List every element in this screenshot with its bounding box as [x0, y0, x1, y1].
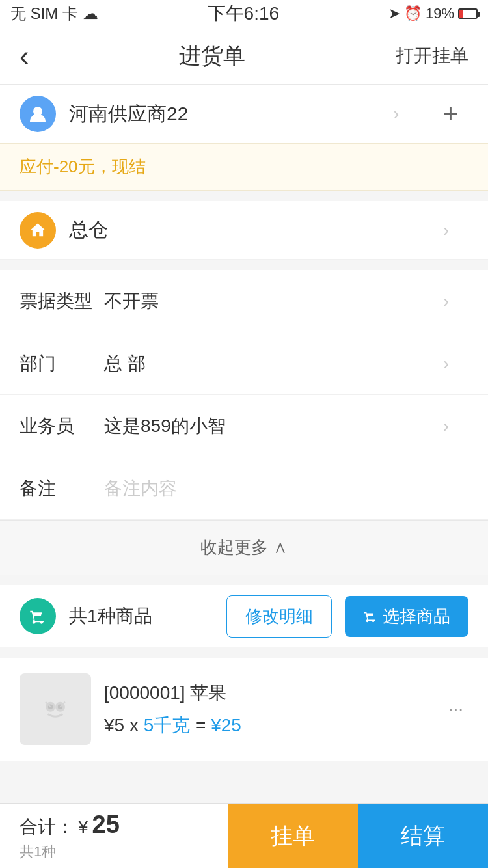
product-header-section: 共1种商品 修改明细 选择商品 [0, 585, 488, 647]
supplier-name: 河南供应商22 [69, 101, 393, 128]
supplier-section: 河南供应商22 › + 应付-20元，现结 [0, 85, 488, 191]
product-icon [20, 598, 56, 634]
salesman-value: 这是859的小智 [104, 414, 443, 439]
product-price: ¥5 x 5千克 = ¥25 [104, 713, 430, 738]
page-title: 进货单 [179, 41, 245, 71]
open-hold-button[interactable]: 打开挂单 [396, 44, 468, 68]
select-product-button[interactable]: 选择商品 [345, 596, 468, 637]
invoice-chevron-icon: › [443, 291, 449, 312]
product-name: [0000001] 苹果 [104, 681, 430, 705]
collapse-toggle[interactable]: 收起更多 ∧ [0, 520, 488, 575]
price-x: x [129, 715, 144, 735]
supplier-avatar [20, 96, 56, 132]
salesman-row[interactable]: 业务员 这是859的小智 › [0, 395, 488, 457]
price-value: ¥5 [104, 715, 124, 735]
salesman-label: 业务员 [20, 414, 104, 439]
supplier-divider [426, 98, 426, 130]
currency-symbol: ¥ [78, 817, 88, 837]
status-time: 下午6:16 [208, 1, 280, 26]
supplier-chevron-icon: › [393, 103, 399, 124]
price-eq: = [195, 715, 211, 735]
settle-button[interactable]: 结算 [358, 804, 488, 868]
product-header: 共1种商品 修改明细 选择商品 [0, 585, 488, 647]
supplier-info-banner: 应付-20元，现结 [0, 143, 488, 191]
dept-label: 部门 [20, 351, 104, 376]
hold-button[interactable]: 挂单 [228, 804, 358, 868]
back-button[interactable]: ‹ [20, 40, 29, 72]
battery-text: 19% [426, 5, 454, 22]
remark-label: 备注 [20, 476, 104, 501]
bottom-bar: 合计： ¥ 25 共1种 挂单 结算 [0, 803, 488, 868]
total-amount: 25 [92, 811, 120, 839]
product-title: 苹果 [190, 683, 226, 703]
dept-row[interactable]: 部门 总 部 › [0, 332, 488, 395]
product-count: 共1种商品 [69, 604, 213, 629]
total-line1: 合计： ¥ 25 [20, 811, 208, 839]
location-icon: ➤ [388, 5, 400, 22]
total-label: 合计： [20, 815, 74, 839]
status-bar: 无 SIM 卡 ☁ 下午6:16 ➤ ⏰ 19% [0, 0, 488, 27]
select-product-label: 选择商品 [383, 605, 450, 628]
salesman-chevron-icon: › [443, 416, 449, 437]
remark-row[interactable]: 备注 备注内容 [0, 457, 488, 520]
invoice-value: 不开票 [104, 289, 443, 314]
qty-value: 5千克 [144, 715, 191, 735]
dept-value: 总 部 [104, 351, 443, 376]
warehouse-section: 总仓 › [0, 201, 488, 260]
warehouse-chevron-icon: › [443, 220, 449, 241]
remark-input[interactable]: 备注内容 [104, 476, 468, 501]
add-supplier-button[interactable]: + [433, 100, 468, 129]
bottom-total: 合计： ¥ 25 共1种 [0, 804, 228, 868]
dept-chevron-icon: › [443, 353, 449, 374]
product-item: [0000001] 苹果 ¥5 x 5千克 = ¥25 ··· [0, 658, 488, 761]
signal-text: 无 SIM 卡 ☁ [10, 3, 98, 24]
battery-icon [458, 8, 478, 19]
product-thumbnail [20, 673, 91, 745]
status-right: ➤ ⏰ 19% [388, 5, 478, 22]
warehouse-name: 总仓 [69, 217, 443, 243]
edit-detail-button[interactable]: 修改明细 [226, 595, 332, 638]
product-more-button[interactable]: ··· [443, 694, 468, 725]
status-left: 无 SIM 卡 ☁ [10, 3, 98, 24]
form-section: 票据类型 不开票 › 部门 总 部 › 业务员 这是859的小智 › 备注 备注… [0, 270, 488, 575]
total-sub-label: 共1种 [20, 842, 208, 861]
invoice-label: 票据类型 [20, 289, 104, 314]
warehouse-icon [20, 212, 56, 249]
warehouse-row[interactable]: 总仓 › [0, 201, 488, 260]
product-code: [0000001] [104, 683, 185, 703]
alarm-icon: ⏰ [404, 5, 422, 22]
product-info: [0000001] 苹果 ¥5 x 5千克 = ¥25 [104, 681, 430, 738]
nav-bar: ‹ 进货单 打开挂单 [0, 27, 488, 85]
invoice-row[interactable]: 票据类型 不开票 › [0, 270, 488, 332]
total-value: ¥25 [211, 715, 241, 735]
supplier-row[interactable]: 河南供应商22 › + [0, 85, 488, 143]
